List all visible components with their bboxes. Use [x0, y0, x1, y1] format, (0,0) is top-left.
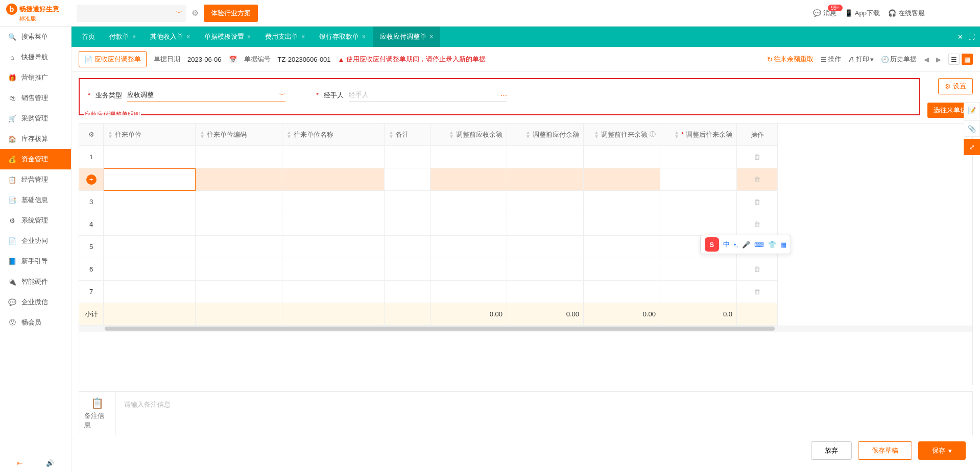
gear-icon[interactable]: ⚙ [192, 8, 199, 18]
sidebar-item-system[interactable]: ⚙系统管理 [0, 210, 71, 231]
col-after-bal[interactable]: ▲▼*调整后往来余额 [660, 123, 737, 146]
history-link[interactable]: 🕘历史单据 [881, 55, 917, 64]
col-before-bal[interactable]: ▲▼调整前往来余额ⓘ [584, 123, 660, 146]
col-config-icon[interactable]: ⚙ [79, 123, 104, 146]
rail-note-icon[interactable]: 📝 [964, 102, 980, 118]
save-draft-button[interactable]: 保存草稿 [858, 441, 912, 460]
sidebar-item-basic[interactable]: 📑基础信息 [0, 190, 71, 210]
row-delete[interactable]: 🗑 [737, 281, 778, 303]
cell[interactable] [431, 168, 507, 191]
tab-adjust[interactable]: 应收应付调整单× [373, 27, 440, 47]
cell[interactable] [282, 168, 385, 191]
next-icon[interactable]: ▶ [936, 56, 941, 63]
sidebar-item-guide[interactable]: 📘新手引导 [0, 251, 71, 271]
cell[interactable] [196, 168, 282, 191]
close-icon[interactable]: × [186, 33, 190, 40]
sidebar-item-sales[interactable]: 🛍销售管理 [0, 88, 71, 108]
tab-template[interactable]: 单据模板设置× [197, 27, 258, 47]
sidebar-item-quicknav[interactable]: ⌂快捷导航 [0, 47, 71, 67]
remark-input[interactable]: 请输入备注信息 [116, 392, 972, 435]
row-delete[interactable]: 🗑 [737, 168, 778, 191]
ime-mic-icon[interactable]: 🎤 [742, 241, 750, 249]
calendar-icon[interactable]: 📅 [229, 56, 237, 63]
cell[interactable] [104, 146, 196, 168]
sidebar-item-hardware[interactable]: 🔌智能硬件 [0, 271, 71, 292]
reset-balance-link[interactable]: ↻往来余额重取 [767, 55, 814, 64]
support-link[interactable]: 🎧 在线客服 [888, 9, 925, 18]
ime-toolbar[interactable]: S 中 •, 🎤 ⌨ 👕 ▦ [700, 235, 791, 254]
cell[interactable] [385, 168, 431, 191]
more-icon[interactable]: ⋯ [500, 91, 507, 99]
sidebar-item-business[interactable]: 📋经营管理 [0, 169, 71, 190]
col-unit-code[interactable]: ▲▼往来单位编码 [196, 123, 282, 146]
cell[interactable] [104, 168, 196, 191]
date-value[interactable]: 2023-06-06 [187, 56, 222, 63]
cell[interactable] [660, 146, 737, 168]
ime-skin-icon[interactable]: 👕 [768, 241, 776, 249]
sidebar-item-marketing[interactable]: 🎁营销推广 [0, 67, 71, 88]
handler-input[interactable]: 经手人 ⋯ [349, 88, 507, 102]
info-icon: ⓘ [650, 130, 656, 139]
cell[interactable] [584, 168, 660, 191]
cell[interactable] [431, 146, 507, 168]
col-before-recv[interactable]: ▲▼调整前应收余额 [431, 123, 507, 146]
close-icon[interactable]: × [362, 33, 366, 40]
abandon-button[interactable]: 放弃 [811, 441, 852, 460]
row-delete[interactable]: 🗑 [737, 213, 778, 236]
ime-lang[interactable]: 中 [723, 240, 730, 249]
sidebar-item-purchase[interactable]: 🛒采购管理 [0, 108, 71, 129]
view-grid-icon[interactable]: ▦ [962, 54, 973, 65]
row-add[interactable]: + [79, 168, 104, 191]
rail-attach-icon[interactable]: 📎 [964, 120, 980, 137]
col-remark[interactable]: ▲▼备注 [385, 123, 431, 146]
messages-link[interactable]: 💬 消息 99+ [813, 9, 836, 18]
view-list-icon[interactable]: ☰ [948, 54, 960, 65]
fullscreen-icon[interactable]: ⛶ [968, 33, 975, 41]
close-icon[interactable]: × [429, 33, 433, 40]
tab-home[interactable]: 首页 [75, 27, 102, 47]
app-download-link[interactable]: 📱 App下载 [845, 9, 880, 18]
sound-icon[interactable]: 🔊 [46, 459, 54, 467]
cell[interactable] [507, 168, 584, 191]
operate-menu[interactable]: ☰操作 [821, 55, 841, 64]
tab-expense[interactable]: 费用支出单× [258, 27, 312, 47]
sidebar-item-enterprise[interactable]: 📄企业协同 [0, 231, 71, 251]
print-menu[interactable]: 🖨打印▾ [848, 55, 874, 64]
sidebar-item-search[interactable]: 🔍搜索菜单 [0, 27, 71, 47]
col-before-pay[interactable]: ▲▼调整前应付余额 [507, 123, 584, 146]
sidebar-item-wechat[interactable]: 💬企业微信 [0, 292, 71, 312]
tab-bank[interactable]: 银行存取款单× [312, 27, 373, 47]
col-unit-name[interactable]: ▲▼往来单位名称 [282, 123, 385, 146]
close-icon[interactable]: × [301, 33, 305, 40]
ime-punct-icon[interactable]: •, [734, 241, 738, 249]
cell[interactable] [584, 146, 660, 168]
tab-payment[interactable]: 付款单× [102, 27, 143, 47]
cell[interactable] [282, 146, 385, 168]
ime-grid-icon[interactable]: ▦ [780, 241, 786, 249]
cell[interactable] [385, 146, 431, 168]
row-delete[interactable]: 🗑 [737, 146, 778, 168]
row-delete[interactable]: 🗑 [737, 191, 778, 213]
cell[interactable] [507, 146, 584, 168]
close-all-icon[interactable]: ✕ [958, 33, 963, 41]
experience-button[interactable]: 体验行业方案 [204, 5, 258, 22]
sidebar-item-inventory[interactable]: 🏠库存核算 [0, 129, 71, 149]
close-icon[interactable]: × [247, 33, 251, 40]
col-unit[interactable]: ▲▼往来单位 [104, 123, 196, 146]
org-selector[interactable]: ﹀ [77, 5, 186, 22]
ime-keyboard-icon[interactable]: ⌨ [754, 241, 764, 249]
sidebar-item-member[interactable]: Ⓥ畅会员 [0, 312, 71, 333]
close-icon[interactable]: × [132, 33, 136, 40]
cell[interactable] [196, 146, 282, 168]
horizontal-scrollbar[interactable] [79, 326, 972, 332]
collapse-icon[interactable]: ⇤ [17, 459, 22, 467]
settings-button[interactable]: ⚙设置 [938, 78, 973, 94]
cell[interactable] [660, 168, 737, 191]
save-button[interactable]: 保存▾ [918, 441, 966, 460]
sidebar-item-finance[interactable]: 💰资金管理 [0, 149, 71, 169]
biz-type-select[interactable]: 应收调整 ﹀ [127, 88, 285, 102]
rail-expand-icon[interactable]: ⤢ [964, 139, 980, 155]
tab-other-income[interactable]: 其他收入单× [143, 27, 197, 47]
prev-icon[interactable]: ◀ [924, 56, 929, 63]
row-delete[interactable]: 🗑 [737, 258, 778, 281]
